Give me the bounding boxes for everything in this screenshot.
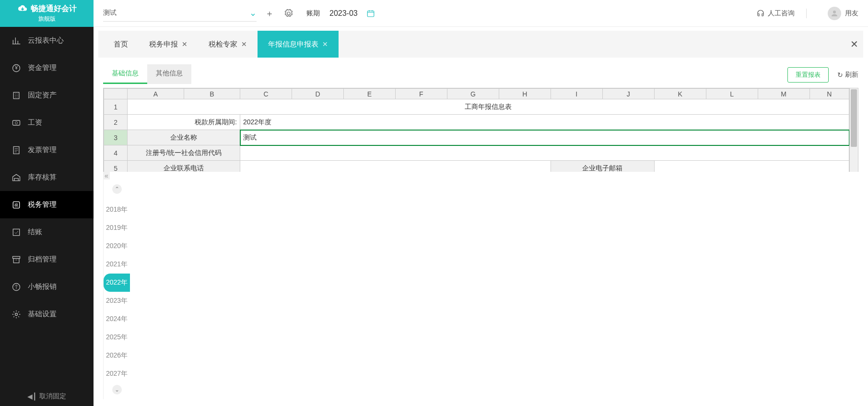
sheet-corner[interactable] [104, 89, 128, 99]
salary-icon [12, 118, 21, 128]
sidebar-item-2[interactable]: 固定资产 [0, 82, 94, 109]
company-selector[interactable]: 测试 ⌄ [103, 5, 257, 22]
brand-name: 畅捷通好会计 [31, 4, 77, 14]
svg-text:¥: ¥ [14, 65, 18, 71]
tab-2[interactable]: 税检专家✕ [198, 31, 258, 58]
row-head[interactable]: 5 [104, 161, 128, 172]
tab-1[interactable]: 税务申报✕ [139, 31, 198, 58]
reset-button[interactable]: 重置报表 [787, 67, 829, 83]
row-head[interactable]: 4 [104, 145, 128, 161]
sidebar-item-10[interactable]: 基础设置 [0, 300, 94, 328]
col-head[interactable]: C [240, 89, 292, 99]
spreadsheet[interactable]: A B C D E F G H I J K L [104, 88, 849, 172]
add-button[interactable]: ＋ [263, 6, 276, 21]
sidebar-item-1[interactable]: ¥资金管理 [0, 54, 94, 82]
cell-label[interactable]: 税款所属期间: [128, 115, 240, 130]
cell-selected[interactable]: 测试 [240, 130, 849, 145]
year-2025[interactable]: 2025年 [104, 328, 130, 346]
sidebar-item-4[interactable]: 发票管理 [0, 136, 94, 164]
year-2024[interactable]: 2024年 [104, 310, 130, 328]
tab-0[interactable]: 首页 [103, 31, 139, 58]
scroll-down-icon[interactable]: ⌄ [112, 385, 122, 394]
calendar-icon[interactable] [364, 7, 377, 20]
chart-icon [12, 36, 21, 46]
year-2027[interactable]: 2027年 [104, 365, 130, 383]
row-head[interactable]: 3 [104, 130, 128, 145]
col-head[interactable]: G [447, 89, 499, 99]
tab-close-icon[interactable]: ✕ [322, 40, 328, 48]
tax-icon: 税 [12, 200, 21, 210]
refresh-button[interactable]: ↻ 刷新 [837, 71, 858, 79]
consult-link[interactable]: 人工咨询 [756, 9, 795, 18]
svg-text:税: 税 [14, 203, 18, 207]
close-all-tabs[interactable]: ✕ [850, 38, 858, 50]
col-head[interactable]: H [499, 89, 551, 99]
sidebar-item-0[interactable]: 云报表中心 [0, 27, 94, 54]
topbar: 测试 ⌄ ＋ 账期 2023-03 人工咨询 [94, 0, 868, 27]
cell[interactable] [654, 161, 849, 172]
cell-label[interactable]: 注册号/统一社会信用代码 [128, 145, 240, 161]
year-2019[interactable]: 2019年 [104, 219, 130, 237]
sidebar-item-8[interactable]: 归档管理 [0, 246, 94, 273]
year-2021[interactable]: 2021年 [104, 255, 130, 274]
tab-close-icon[interactable]: ✕ [182, 40, 188, 48]
page-tabs: 首页税务申报✕税检专家✕年报信息申报表✕ ✕ [98, 31, 863, 58]
archive-icon [12, 255, 21, 264]
svg-rect-13 [367, 11, 374, 16]
gear-icon[interactable] [282, 7, 295, 20]
subtab-0[interactable]: 基础信息 [103, 64, 147, 84]
company-name: 测试 [103, 9, 246, 17]
cell-label[interactable]: 企业名称 [128, 130, 240, 145]
tab-close-icon[interactable]: ✕ [241, 40, 247, 48]
year-2026[interactable]: 2026年 [104, 346, 130, 365]
col-head[interactable]: N [809, 89, 849, 99]
col-head[interactable]: E [343, 89, 395, 99]
sidebar-item-3[interactable]: 工资 [0, 109, 94, 136]
col-head[interactable]: A [128, 89, 184, 99]
year-2023[interactable]: 2023年 [104, 292, 130, 310]
cell[interactable] [240, 161, 551, 172]
chevron-down-icon: ⌄ [249, 8, 257, 18]
row-head[interactable]: 2 [104, 115, 128, 130]
closebook-icon [12, 227, 21, 237]
cell-label[interactable]: 企业联系电话 [128, 161, 240, 172]
col-head[interactable]: F [395, 89, 447, 99]
logo: 畅捷通好会计 旗舰版 [0, 0, 94, 27]
col-head[interactable]: J [602, 89, 654, 99]
col-head[interactable]: I [551, 89, 602, 99]
svg-point-14 [833, 11, 836, 13]
row-head[interactable]: 1 [104, 99, 128, 115]
headset-icon [756, 9, 765, 18]
col-head[interactable]: M [758, 89, 809, 99]
cell-value[interactable]: 2022年度 [240, 115, 849, 130]
subtab-1[interactable]: 其他信息 [147, 64, 191, 84]
col-head[interactable]: K [654, 89, 706, 99]
year-2022[interactable]: 2022年 [104, 274, 130, 292]
scroll-thumb[interactable] [851, 89, 857, 147]
cloud-icon [17, 5, 28, 13]
sidebar-item-5[interactable]: 库存核算 [0, 164, 94, 191]
user-menu[interactable]: 用友 [828, 7, 858, 20]
vertical-scrollbar[interactable] [849, 88, 858, 172]
period-label: 账期 [306, 9, 320, 18]
reimburse-icon [12, 282, 21, 292]
year-2020[interactable]: 2020年 [104, 237, 130, 255]
cell-label[interactable]: 企业电子邮箱 [551, 161, 654, 172]
sidebar-item-9[interactable]: 小畅报销 [0, 273, 94, 300]
scroll-up-icon[interactable]: ⌃ [112, 184, 122, 194]
col-head[interactable]: L [706, 89, 758, 99]
tab-3[interactable]: 年报信息申报表✕ [258, 31, 339, 58]
col-head[interactable]: B [184, 89, 240, 99]
collapse-year-panel[interactable]: « [103, 172, 110, 179]
sidebar-unpin[interactable]: ◀┃ 取消固定 [0, 387, 94, 406]
sheet-title[interactable]: 工商年报信息表 [128, 99, 849, 115]
sidebar-item-6[interactable]: 税税务管理 [0, 191, 94, 218]
col-head[interactable]: D [292, 89, 343, 99]
cell[interactable] [240, 145, 849, 161]
year-2018[interactable]: 2018年 [104, 201, 130, 219]
period-value: 2023-03 [329, 9, 358, 18]
svg-rect-2 [13, 92, 19, 98]
warehouse-icon [12, 173, 21, 182]
username: 用友 [845, 9, 858, 18]
sidebar-item-7[interactable]: 结账 [0, 218, 94, 246]
